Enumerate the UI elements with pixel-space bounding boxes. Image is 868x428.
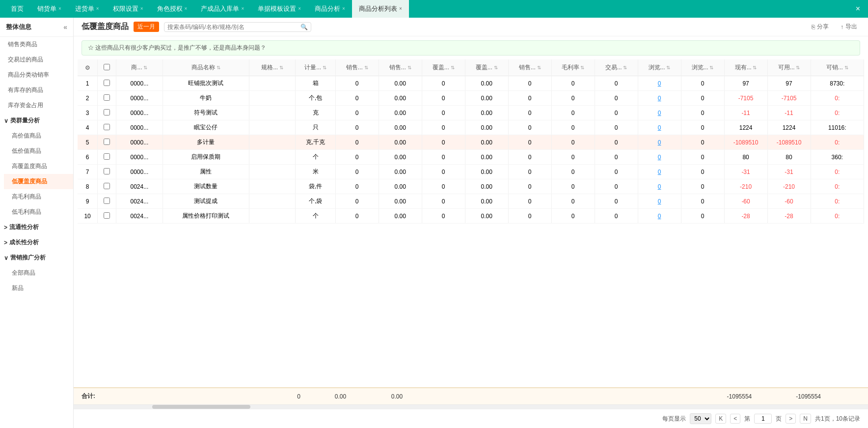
sidebar-group-growth[interactable]: > 成长性分析 bbox=[0, 235, 73, 250]
spec-col[interactable]: 规格... bbox=[249, 59, 296, 76]
browse1-link[interactable]: 0 bbox=[658, 124, 661, 131]
available2-col[interactable]: 可销... bbox=[811, 59, 864, 76]
row-checkbox[interactable] bbox=[104, 212, 110, 219]
name-col[interactable]: 商品名称 bbox=[163, 59, 249, 76]
nav-finished-goods[interactable]: 产成品入库单 × bbox=[194, 0, 251, 18]
row-current: -60 bbox=[724, 194, 767, 209]
browse1-link[interactable]: 0 bbox=[658, 169, 661, 175]
sidebar-item-high-value[interactable]: 高价值商品 bbox=[4, 128, 73, 143]
nav-template-close[interactable]: × bbox=[298, 0, 301, 18]
row-checkbox[interactable] bbox=[104, 124, 110, 130]
sidebar-item-low-gross[interactable]: 低毛利商品 bbox=[4, 204, 73, 220]
row-checkbox[interactable] bbox=[104, 80, 110, 86]
trade-col[interactable]: 交易... bbox=[595, 59, 638, 76]
nav-product-analysis-close[interactable]: × bbox=[342, 0, 345, 18]
row-code: 0000... bbox=[116, 106, 163, 120]
row-unit: 袋,件 bbox=[296, 179, 335, 194]
scrollbar-thumb[interactable] bbox=[152, 405, 250, 409]
sidebar-item-high-gross[interactable]: 高毛利商品 bbox=[4, 189, 73, 204]
nav-home[interactable]: 首页 bbox=[4, 0, 30, 18]
nav-finished-goods-close[interactable]: × bbox=[241, 0, 244, 18]
row-name: 牛奶 bbox=[163, 91, 249, 106]
unit-col[interactable]: 计量... bbox=[296, 59, 335, 76]
search-icon[interactable]: 🔍 bbox=[300, 24, 308, 30]
time-tag-button[interactable]: 近一月 bbox=[134, 22, 159, 32]
browse1-col[interactable]: 浏览... bbox=[638, 59, 681, 76]
row-checkbox[interactable] bbox=[104, 198, 110, 204]
sidebar-item-all-goods[interactable]: 全部商品 bbox=[4, 265, 73, 281]
sidebar-group-marketing[interactable]: ∨ 营销推广分析 bbox=[0, 250, 73, 265]
browse2-col[interactable]: 浏览... bbox=[681, 59, 724, 76]
sidebar-item-inventory-capital[interactable]: 库存资金占用 bbox=[0, 98, 73, 113]
sidebar-item-new-goods[interactable]: 新品 bbox=[4, 281, 73, 296]
nav-permission[interactable]: 权限设置 × bbox=[106, 0, 150, 18]
nav-product-analysis-list-close[interactable]: × bbox=[399, 0, 402, 18]
browse1-link[interactable]: 0 bbox=[658, 213, 661, 220]
row-code: 0024... bbox=[116, 209, 163, 224]
sidebar-item-low-value[interactable]: 低价值商品 bbox=[4, 143, 73, 159]
row-checkbox[interactable] bbox=[104, 109, 110, 115]
row-gross-rate: 0 bbox=[551, 135, 595, 150]
sidebar-item-category-sales-rate[interactable]: 商品分类动销率 bbox=[0, 67, 73, 83]
nav-purchase-order[interactable]: 进货单 × bbox=[68, 0, 106, 18]
sidebar-item-traded-goods[interactable]: 交易过的商品 bbox=[0, 52, 73, 67]
window-close-button[interactable]: × bbox=[852, 4, 864, 13]
search-input[interactable] bbox=[167, 24, 300, 30]
total-row: 合计: 0 0.00 0.00 -1095554 -1095554 bbox=[74, 387, 868, 405]
row-available2: 8730: bbox=[811, 76, 864, 91]
browse1-link[interactable]: 0 bbox=[658, 95, 661, 102]
row-checkbox[interactable] bbox=[104, 168, 110, 174]
table-row: 90024...测试提成个,袋00.0000.0000000-60-600: bbox=[78, 194, 864, 209]
share-button[interactable]: ⎘ 分享 bbox=[809, 22, 832, 32]
nav-sales-order-close[interactable]: × bbox=[58, 0, 61, 18]
code-col[interactable]: 商... bbox=[116, 59, 163, 76]
browse1-link[interactable]: 0 bbox=[658, 154, 661, 161]
nav-sales-order[interactable]: 销货单 × bbox=[30, 0, 68, 18]
prev-page-button[interactable]: < bbox=[730, 414, 740, 424]
nav-role-auth[interactable]: 角色授权 × bbox=[150, 0, 194, 18]
per-page-select[interactable]: 50 bbox=[690, 413, 711, 424]
cover1-col[interactable]: 覆盖... bbox=[422, 59, 465, 76]
sales-x-col[interactable]: 销售... bbox=[508, 59, 551, 76]
row-browse2: 0 bbox=[681, 179, 724, 194]
sidebar-item-high-coverage[interactable]: 高覆盖度商品 bbox=[4, 159, 73, 174]
browse1-link[interactable]: 0 bbox=[658, 183, 661, 190]
sidebar-group-cluster-analysis[interactable]: ∨ 类群量分析 bbox=[0, 113, 73, 128]
row-gross-rate: 0 bbox=[551, 165, 595, 179]
sales-qty-col[interactable]: 销售... bbox=[335, 59, 379, 76]
available-col[interactable]: 可用... bbox=[767, 59, 811, 76]
row-spec bbox=[249, 194, 296, 209]
sidebar-collapse-button[interactable]: « bbox=[63, 23, 67, 31]
select-all-checkbox[interactable] bbox=[104, 64, 110, 70]
nav-permission-close[interactable]: × bbox=[140, 0, 143, 18]
sidebar-item-in-stock-goods[interactable]: 有库存的商品 bbox=[0, 83, 73, 98]
gross-rate-col[interactable]: 毛利率 bbox=[551, 59, 595, 76]
nav-role-auth-close[interactable]: × bbox=[185, 0, 188, 18]
current-col[interactable]: 现有... bbox=[724, 59, 767, 76]
nav-purchase-order-close[interactable]: × bbox=[96, 0, 99, 18]
page-number-input[interactable] bbox=[754, 414, 772, 424]
horizontal-scrollbar[interactable] bbox=[74, 405, 868, 409]
row-checkbox[interactable] bbox=[104, 139, 110, 145]
sidebar-item-low-coverage[interactable]: 低覆盖度商品 bbox=[4, 174, 73, 189]
row-current: 80 bbox=[724, 150, 767, 165]
browse1-link[interactable]: 0 bbox=[658, 110, 661, 116]
row-checkbox[interactable] bbox=[104, 153, 110, 160]
next-page-button[interactable]: > bbox=[786, 414, 796, 424]
settings-col[interactable]: ⚙ bbox=[78, 59, 98, 76]
row-checkbox[interactable] bbox=[104, 94, 110, 101]
last-page-button[interactable]: N bbox=[800, 414, 811, 424]
sidebar-group-circulation[interactable]: > 流通性分析 bbox=[0, 220, 73, 235]
nav-template[interactable]: 单据模板设置 × bbox=[251, 0, 308, 18]
export-button[interactable]: ↑ 导出 bbox=[838, 22, 860, 32]
browse1-link[interactable]: 0 bbox=[658, 80, 661, 87]
first-page-button[interactable]: K bbox=[715, 414, 726, 424]
nav-product-analysis-list[interactable]: 商品分析列表 × bbox=[352, 0, 409, 18]
browse1-link[interactable]: 0 bbox=[658, 139, 661, 146]
row-checkbox[interactable] bbox=[104, 183, 110, 189]
nav-product-analysis[interactable]: 商品分析 × bbox=[308, 0, 352, 18]
sales-amt-col[interactable]: 销售... bbox=[379, 59, 422, 76]
browse1-link[interactable]: 0 bbox=[658, 198, 661, 205]
cover2-col[interactable]: 覆盖... bbox=[465, 59, 508, 76]
sidebar-item-sales-goods[interactable]: 销售类商品 bbox=[0, 37, 73, 52]
